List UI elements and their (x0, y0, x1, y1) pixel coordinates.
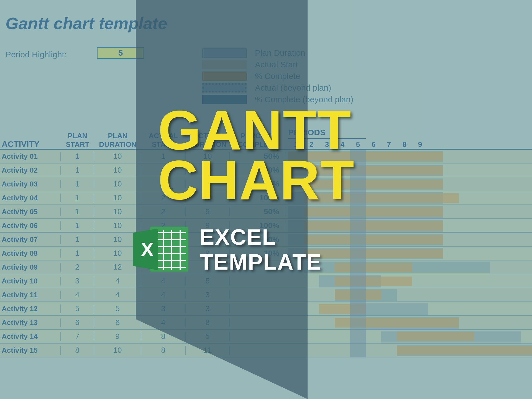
table-row[interactable]: Activity 103445 (0, 274, 532, 288)
table-row[interactable]: Activity 125533 (0, 302, 532, 316)
cell-actual-start[interactable]: 2 (141, 249, 186, 258)
cell-plan-start[interactable]: 7 (61, 332, 94, 341)
cell-plan-duration[interactable]: 10 (94, 166, 141, 175)
cell-plan-duration[interactable]: 10 (94, 346, 141, 355)
cell-activity[interactable]: Activity 01 (0, 152, 61, 161)
cell-plan-start[interactable]: 6 (61, 318, 94, 327)
cell-plan-start[interactable]: 4 (61, 290, 94, 299)
table-row[interactable]: Activity 051102950% (0, 205, 532, 219)
cell-actual-start[interactable]: 8 (141, 346, 186, 355)
cell-plan-start[interactable]: 8 (61, 346, 94, 355)
cell-actual-start[interactable]: 1 (141, 152, 186, 161)
table-row[interactable]: Activity 0921245 (0, 260, 532, 274)
cell-plan-duration[interactable]: 12 (94, 263, 141, 272)
cell-actual-start[interactable]: 2 (141, 235, 186, 244)
cell-plan-start[interactable]: 1 (61, 166, 94, 175)
cell-plan-duration[interactable]: 5 (94, 304, 141, 313)
cell-plan-start[interactable]: 1 (61, 193, 94, 202)
cell-plan-duration[interactable]: 4 (94, 277, 141, 285)
cell-plan-start[interactable]: 1 (61, 152, 94, 161)
cell-activity[interactable]: Activity 09 (0, 263, 61, 272)
cell-actual-duration[interactable]: 3 (186, 304, 230, 313)
cell-actual-duration[interactable]: 5 (186, 332, 230, 341)
cell-activity[interactable]: Activity 06 (0, 221, 61, 230)
cell-percent-complete[interactable]: 50% (230, 180, 285, 188)
cell-actual-duration[interactable]: 9 (186, 249, 230, 258)
cell-plan-duration[interactable]: 9 (94, 332, 141, 341)
table-row[interactable]: Activity 04110210100% (0, 191, 532, 205)
cell-plan-start[interactable]: 3 (61, 277, 94, 285)
table-row[interactable]: Activity 0111011050% (0, 150, 532, 163)
table-row[interactable]: Activity 071102950% (0, 233, 532, 247)
cell-plan-duration[interactable]: 10 (94, 235, 141, 244)
cell-activity[interactable]: Activity 08 (0, 249, 61, 258)
cell-plan-start[interactable]: 1 (61, 180, 94, 188)
period-highlight-input[interactable]: 5 (97, 47, 144, 59)
cell-actual-duration[interactable]: 9 (186, 221, 230, 230)
table-row[interactable]: Activity 081102910% (0, 247, 532, 260)
cell-actual-start[interactable]: 1 (141, 180, 186, 188)
cell-activity[interactable]: Activity 02 (0, 166, 61, 175)
cell-actual-duration[interactable]: 3 (186, 290, 230, 299)
cell-percent-complete[interactable]: 10% (230, 249, 285, 258)
legend-row-1: Actual Start (202, 59, 353, 70)
cell-actual-duration[interactable]: 10 (186, 180, 230, 188)
cell-activity[interactable]: Activity 07 (0, 235, 61, 244)
table-row[interactable]: Activity 114443 (0, 288, 532, 302)
cell-plan-start[interactable]: 1 (61, 249, 94, 258)
cell-actual-start[interactable]: 2 (141, 193, 186, 202)
cell-actual-start[interactable]: 3 (141, 304, 186, 313)
cell-actual-start[interactable]: 2 (141, 221, 186, 230)
cell-plan-start[interactable]: 2 (61, 263, 94, 272)
cell-activity[interactable]: Activity 05 (0, 208, 61, 216)
cell-plan-duration[interactable]: 4 (94, 290, 141, 299)
cell-percent-complete[interactable]: 50% (230, 152, 285, 161)
cell-activity[interactable]: Activity 11 (0, 291, 61, 299)
cell-plan-duration[interactable]: 10 (94, 221, 141, 230)
cell-percent-complete[interactable]: 100% (230, 221, 285, 230)
cell-activity[interactable]: Activity 13 (0, 318, 61, 327)
table-row[interactable]: Activity 0611029100% (0, 219, 532, 233)
cell-activity[interactable]: Activity 04 (0, 194, 61, 202)
cell-plan-start[interactable]: 5 (61, 304, 94, 313)
cell-actual-duration[interactable]: 8 (186, 318, 230, 327)
table-row[interactable]: Activity 147985 (0, 330, 532, 344)
cell-plan-start[interactable]: 1 (61, 221, 94, 230)
cell-actual-duration[interactable]: 9 (186, 207, 230, 216)
cell-actual-start[interactable]: 2 (141, 207, 186, 216)
cell-plan-duration[interactable]: 6 (94, 318, 141, 327)
cell-plan-start[interactable]: 1 (61, 235, 94, 244)
cell-activity[interactable]: Activity 03 (0, 180, 61, 188)
cell-actual-start[interactable]: 4 (141, 263, 186, 272)
cell-actual-duration[interactable]: 10 (186, 193, 230, 202)
cell-actual-duration[interactable]: 10 (186, 166, 230, 175)
table-row[interactable]: Activity 136648 (0, 316, 532, 330)
cell-percent-complete[interactable]: 100% (230, 193, 285, 202)
cell-actual-start[interactable]: 4 (141, 277, 186, 285)
cell-activity[interactable]: Activity 14 (0, 332, 61, 341)
cell-plan-duration[interactable]: 10 (94, 180, 141, 188)
cell-activity[interactable]: Activity 15 (0, 346, 61, 355)
cell-actual-duration[interactable]: 9 (186, 235, 230, 244)
table-row[interactable]: Activity 15810811 (0, 344, 532, 357)
table-row[interactable]: Activity 02110110100% (0, 163, 532, 177)
cell-activity[interactable]: Activity 10 (0, 277, 61, 285)
cell-percent-complete[interactable]: 100% (230, 166, 285, 175)
cell-percent-complete[interactable]: 50% (230, 207, 285, 216)
cell-actual-start[interactable]: 8 (141, 332, 186, 341)
cell-actual-start[interactable]: 4 (141, 318, 186, 327)
cell-actual-duration[interactable]: 5 (186, 263, 230, 272)
cell-actual-duration[interactable]: 5 (186, 277, 230, 285)
cell-actual-duration[interactable]: 11 (186, 346, 230, 355)
cell-activity[interactable]: Activity 12 (0, 305, 61, 313)
cell-actual-start[interactable]: 1 (141, 166, 186, 175)
cell-plan-duration[interactable]: 10 (94, 207, 141, 216)
cell-plan-duration[interactable]: 10 (94, 152, 141, 161)
table-row[interactable]: Activity 0311011050% (0, 177, 532, 191)
cell-actual-duration[interactable]: 10 (186, 152, 230, 161)
cell-plan-duration[interactable]: 10 (94, 249, 141, 258)
cell-percent-complete[interactable]: 50% (230, 235, 285, 244)
cell-actual-start[interactable]: 4 (141, 290, 186, 299)
cell-plan-duration[interactable]: 10 (94, 193, 141, 202)
cell-plan-start[interactable]: 1 (61, 207, 94, 216)
